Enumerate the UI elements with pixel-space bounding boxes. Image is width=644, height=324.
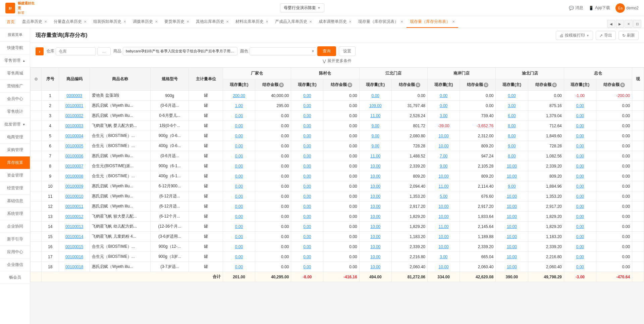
close-icon[interactable]: ✕ — [309, 20, 312, 24]
qty-link[interactable]: 0.00 — [303, 144, 311, 148]
sidebar-item-库存核算[interactable]: 库存核算 — [0, 156, 30, 169]
qty-link[interactable]: 10.00 — [439, 244, 449, 249]
qty-link[interactable]: 10.00 — [370, 224, 380, 229]
qty-link[interactable]: 0.00 — [576, 194, 584, 199]
qty-link[interactable]: 0.00 — [235, 214, 243, 219]
qty-link[interactable]: 0.00 — [576, 234, 584, 239]
info-icon[interactable]: ① — [620, 83, 625, 87]
tab-调拨单历史[interactable]: 调拨单历史 ✕ — [129, 16, 161, 28]
qty-link[interactable]: 0.00 — [303, 174, 311, 179]
tab-现存量库存分布表[interactable]: 现存量（库存分布表） ✕ — [407, 16, 458, 28]
qty-link[interactable]: 9.00 — [372, 124, 379, 128]
app-download-btn[interactable]: 📱 App下载 — [589, 5, 610, 11]
export-btn[interactable]: ↗ 导出 — [596, 31, 616, 40]
qty-link[interactable]: 0.00 — [235, 134, 243, 138]
code-link[interactable]: 00100002 — [65, 113, 83, 118]
qty-link[interactable]: 0.00 — [303, 184, 311, 189]
qty-link[interactable]: 1.00 — [235, 103, 243, 108]
qty-link[interactable]: 8.00 — [508, 154, 516, 158]
tab-盘点单历史[interactable]: 盘点单历史 ✕ — [19, 16, 50, 28]
close-icon[interactable]: ✕ — [266, 20, 268, 24]
qty-link[interactable]: 10.00 — [370, 174, 380, 179]
qty-link[interactable]: 0.00 — [576, 224, 584, 229]
qty-link[interactable]: 0.00 — [576, 244, 584, 249]
qty-link[interactable]: 11.00 — [370, 113, 380, 118]
sidebar-item-新手引导[interactable]: 新手引导 — [0, 233, 30, 246]
qty-link[interactable]: 0.00 — [303, 103, 311, 108]
code-link[interactable]: 00100006 — [65, 154, 83, 158]
tab-产成品入库单历史[interactable]: 产成品入库单历史 ✕ — [272, 16, 315, 28]
code-link[interactable]: 00100012 — [65, 214, 83, 219]
close-icon[interactable]: ✕ — [123, 20, 126, 24]
qty-link[interactable]: 7.00 — [440, 154, 447, 158]
qty-link[interactable]: 0.00 — [303, 224, 311, 229]
sidebar-item-快捷导航[interactable]: 快捷导航 — [0, 42, 30, 54]
qty-link[interactable]: 10.00 — [439, 134, 449, 138]
info-icon[interactable]: ① — [484, 83, 488, 87]
sidebar-item-零售管理[interactable]: 零售管理 ▲ — [0, 54, 30, 67]
expand-conditions-btn[interactable]: ⋁ 展开更多条件 — [36, 58, 639, 64]
info-icon[interactable]: ① — [552, 83, 557, 87]
qty-link[interactable]: 0.00 — [576, 144, 584, 148]
code-link[interactable]: 00100010 — [65, 194, 83, 199]
qty-link[interactable]: 10.00 — [507, 214, 517, 219]
qty-link[interactable]: 10.00 — [439, 214, 449, 219]
qty-link[interactable]: 0.00 — [235, 174, 243, 179]
sidebar-item-企业微信[interactable]: 企业微信 — [0, 259, 30, 271]
code-link[interactable]: 00100005 — [65, 144, 83, 148]
qty-link[interactable]: 0.00 — [576, 113, 584, 118]
code-link[interactable]: 00100007 — [65, 164, 83, 169]
qty-link[interactable]: 0.00 — [303, 204, 311, 209]
tab-home[interactable]: 首页 — [3, 16, 19, 28]
sidebar-item-基础信息[interactable]: 基础信息 — [0, 195, 30, 207]
qty-link[interactable]: 0.00 — [303, 154, 311, 158]
qty-link[interactable]: 0.00 — [303, 234, 311, 239]
qty-link[interactable]: 10.00 — [370, 244, 380, 249]
qty-link[interactable]: 10.00 — [507, 174, 517, 179]
code-link[interactable]: 00100004 — [65, 134, 83, 138]
qty-link[interactable]: 0.00 — [235, 164, 243, 169]
settings-icon[interactable]: ⚙ — [34, 77, 38, 82]
qty-link[interactable]: 9.00 — [508, 144, 516, 148]
message-btn[interactable]: 💬 消息 — [569, 5, 583, 11]
qty-link[interactable]: 10.00 — [507, 265, 517, 269]
close-icon[interactable]: ✕ — [44, 20, 47, 24]
sidebar-item-畅会员[interactable]: 畅会员 — [0, 271, 30, 284]
qty-link[interactable]: 11.00 — [439, 184, 449, 189]
qty-link[interactable]: 10.00 — [439, 265, 449, 269]
qty-link[interactable]: 9.00 — [372, 134, 379, 138]
tab-成本调整单历史[interactable]: 成本调整单历史 ✕ — [315, 16, 355, 28]
close-icon[interactable]: ✕ — [452, 20, 455, 24]
qty-link[interactable]: 10.00 — [370, 194, 380, 199]
close-icon[interactable]: ✕ — [400, 20, 403, 24]
nav-next-btn[interactable]: ▶ — [616, 20, 624, 28]
code-link[interactable]: 00100014 — [65, 234, 83, 239]
sidebar-item-搜索英单[interactable]: 搜索英单 — [0, 28, 30, 42]
qty-link[interactable]: 10.00 — [370, 204, 380, 209]
qty-link[interactable]: 10.00 — [370, 234, 380, 239]
qty-link[interactable]: 3.00 — [440, 113, 447, 118]
code-link[interactable]: 0000003 — [66, 93, 82, 98]
product-input-area[interactable]: babycare孕妇待产包 春季入院全套母子组合孕妇产后冬季月子用品 22件套 … — [123, 47, 237, 55]
sidebar-item-采购管理[interactable]: 采购管理 — [0, 144, 30, 156]
qty-link[interactable]: 0.00 — [576, 124, 584, 128]
qty-link[interactable]: 0.00 — [235, 265, 243, 269]
qty-link[interactable]: 10.00 — [370, 214, 380, 219]
sidebar-item-批发管理[interactable]: 批发管理 ▼ — [0, 118, 30, 131]
qty-link[interactable]: 0.00 — [576, 134, 584, 138]
code-link[interactable]: 00100009 — [65, 184, 83, 189]
qty-link[interactable]: 0.00 — [576, 214, 584, 219]
qty-link[interactable]: 10.00 — [439, 174, 449, 179]
qty-link[interactable]: 0.00 — [235, 244, 243, 249]
qty-link[interactable]: 9.00 — [508, 184, 516, 189]
qty-link[interactable]: 0.00 — [576, 154, 584, 158]
qty-link[interactable]: 10.00 — [507, 244, 517, 249]
sidebar-item-资金管理[interactable]: 资金管理 — [0, 169, 30, 182]
qty-link[interactable]: 10.00 — [507, 194, 517, 199]
qty-link[interactable]: 0.00 — [303, 93, 311, 98]
code-link[interactable]: 00100011 — [65, 204, 83, 209]
code-link[interactable]: 00100003 — [65, 124, 83, 128]
qty-link[interactable]: 0.00 — [576, 265, 584, 269]
nav-more-btn[interactable]: ⊡ — [633, 20, 641, 28]
sidebar-item-零售统计[interactable]: 零售统计 — [0, 105, 30, 118]
